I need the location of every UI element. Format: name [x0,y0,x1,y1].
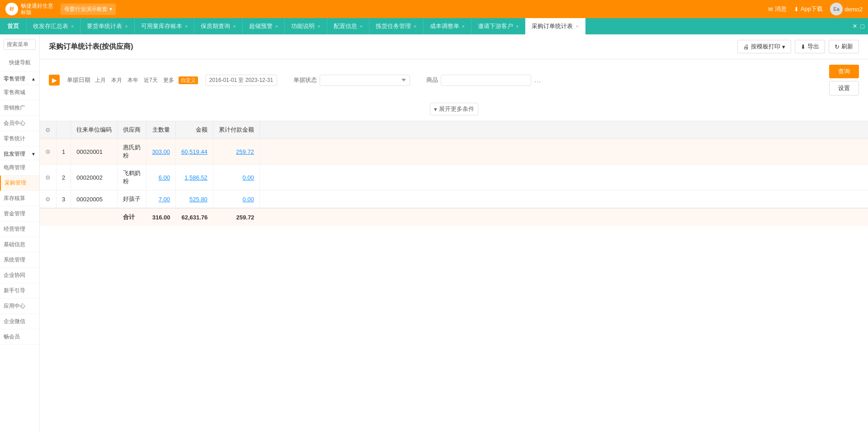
row-settings[interactable]: ⚙ [40,190,57,209]
row-settings[interactable]: ⚙ [40,165,57,190]
tab-warranty[interactable]: 保质期查询 × [194,18,242,34]
summary-label: 合计 [118,208,146,226]
tab-actions: × □ [849,22,868,30]
summary-row: 合计 316.00 62,631.76 259.72 [40,208,868,226]
filter-toggle-button[interactable]: ▶ [49,75,60,86]
custom-date-tag[interactable]: 自定义 [179,76,198,84]
sidebar-item-member-center[interactable]: 会员中心 [0,116,39,131]
sidebar-item-fund-mgmt[interactable]: 资金管理 [0,206,39,222]
sidebar-item-enterprise-wechat[interactable]: 企业微信 [0,314,39,329]
tab-close-icon[interactable]: × [317,24,320,29]
export-button[interactable]: ⬇ 导出 [795,40,825,53]
tab-close-icon[interactable]: × [71,24,74,29]
refresh-button[interactable]: ↻ 刷新 [829,40,859,53]
tab-cost-adjust[interactable]: 成本调整单 × [424,18,472,34]
sidebar-item-purchase-mgmt[interactable]: 采购管理 [0,176,39,191]
row-amount[interactable]: 525.80 [176,190,213,209]
row-settings[interactable]: ⚙ [40,139,57,165]
chevron-icon: ▲ [31,76,36,81]
col-header-qty: 主数量 [146,121,176,139]
sidebar-item-retail-store[interactable]: 零售商城 [0,85,39,100]
tab-close-icon[interactable]: × [275,24,278,29]
shortcut-more[interactable]: 更多 [161,76,176,85]
row-supplier: 惠氏奶粉 [118,139,146,165]
more-options-icon[interactable]: … [534,76,541,84]
sidebar-item-ecommerce-mgmt[interactable]: 电商管理 [0,160,39,176]
col-header-settings: ⚙ [40,121,57,139]
chevron-down-icon: ▾ [782,43,785,50]
summary-amount: 62,631.76 [176,208,213,226]
expand-more-button[interactable]: ▾ 展开更多条件 [430,103,478,115]
settings-icon[interactable]: ⚙ [45,127,51,133]
logo-icon: 好 [5,3,18,15]
shortcut-last-month[interactable]: 上月 [93,76,108,85]
tab-receive-summary[interactable]: 收发存汇总表 × [27,18,80,34]
row-paid[interactable]: 259.72 [213,139,259,165]
row-paid[interactable]: 0.00 [213,190,259,209]
tab-close-icon[interactable]: × [516,24,519,29]
sidebar-item-quick-nav[interactable]: 快捷导航 [0,54,39,71]
sidebar-item-new-guide[interactable]: 新手引导 [0,283,39,299]
template-print-button[interactable]: 🖨 按模板打印 ▾ [737,40,791,53]
tab-home[interactable]: 首页 [0,18,27,34]
workspace-selector[interactable]: 母婴行业演示账套 ▾ [61,4,116,15]
tab-close-icon[interactable]: × [576,24,578,29]
sidebar-item-app-center[interactable]: 应用中心 [0,299,39,314]
header-actions: 🖨 按模板打印 ▾ ⬇ 导出 ↻ 刷新 [737,40,859,53]
tab-function-desc[interactable]: 功能说明 × [285,18,327,34]
row-qty[interactable]: 7.00 [146,190,176,209]
tab-close-icon[interactable]: × [233,24,236,29]
user-avatar[interactable]: Ea demo2 [830,3,863,15]
row-paid[interactable]: 0.00 [213,165,259,190]
search-input[interactable] [4,39,36,50]
tab-available-stock[interactable]: 可用量库存账本 × [135,18,194,34]
col-header-paid: 累计付款金额 [213,121,259,139]
tab-close-all[interactable]: × [853,22,857,30]
query-actions: 查询 设置 [829,65,859,95]
sidebar-item-members[interactable]: 畅会员 [0,329,39,345]
row-qty[interactable]: 303.00 [146,139,176,165]
shortcut-this-year[interactable]: 本年 [126,76,140,85]
row-amount[interactable]: 60,519.44 [176,139,213,165]
table-area: ⚙ 往来单位编码 供应商 主数量 金额 [40,121,868,433]
tab-purchase-stats[interactable]: 采购订单统计表 × [525,18,585,34]
tab-close-icon[interactable]: × [414,24,416,29]
sidebar-item-basic-info[interactable]: 基础信息 [0,237,39,252]
print-icon: 🖨 [743,43,749,50]
query-button[interactable]: 查询 [829,65,859,78]
tab-close-icon[interactable]: × [360,24,363,29]
tab-overstock-warning[interactable]: 超储预警 × [243,18,285,34]
row-amount[interactable]: 1,586.52 [176,165,213,190]
tab-goods-stats[interactable]: 要货单统计表 × [80,18,134,34]
settings-button[interactable]: 设置 [829,81,859,95]
sidebar-item-marketing[interactable]: 营销推广 [0,100,39,116]
tab-config-info[interactable]: 配置信息 × [327,18,369,34]
tab-close-icon[interactable]: × [185,24,188,29]
avatar: Ea [830,3,843,15]
status-select[interactable] [320,75,410,86]
main-layout: 快捷导航 零售管理 ▲ 零售商城 营销推广 会员中心 零售统计 批发管理 ▼ 电… [0,34,868,433]
tab-close-icon[interactable]: × [462,24,465,29]
sidebar-item-system-mgmt[interactable]: 系统管理 [0,252,39,268]
tab-pick-task[interactable]: 拣货任务管理 × [369,18,423,34]
app-download-button[interactable]: ⬇ App下载 [794,5,823,13]
shortcut-7days[interactable]: 近7天 [142,76,160,85]
refresh-icon: ↻ [835,43,840,50]
sidebar-item-inventory-check[interactable]: 库存核算 [0,191,39,206]
sidebar-item-operations-mgmt[interactable]: 经营管理 [0,222,39,237]
row-qty[interactable]: 6.00 [146,165,176,190]
tab-invite-downstream[interactable]: 邀请下游客户 × [472,18,525,34]
date-range-display[interactable]: 2016-01-01 至 2023-12-31 [205,75,277,86]
content-area: 采购订单统计表(按供应商) 🖨 按模板打印 ▾ ⬇ 导出 ↻ 刷新 [40,34,868,433]
shortcut-this-month[interactable]: 本月 [109,76,124,85]
sidebar-item-retail-stats[interactable]: 零售统计 [0,131,39,147]
message-button[interactable]: ✉ 消息 [768,5,787,13]
sidebar-item-enterprise-collab[interactable]: 企业协同 [0,268,39,283]
download-icon: ⬇ [794,6,799,13]
sidebar-item-wholesale-mgmt[interactable]: 批发管理 ▼ [0,147,39,160]
tab-close-icon[interactable]: × [125,24,127,29]
tab-restore[interactable]: □ [861,23,864,30]
goods-input[interactable] [441,75,531,86]
page-header: 采购订单统计表(按供应商) 🖨 按模板打印 ▾ ⬇ 导出 ↻ 刷新 [40,34,868,59]
sidebar-item-retail-mgmt[interactable]: 零售管理 ▲ [0,71,39,85]
